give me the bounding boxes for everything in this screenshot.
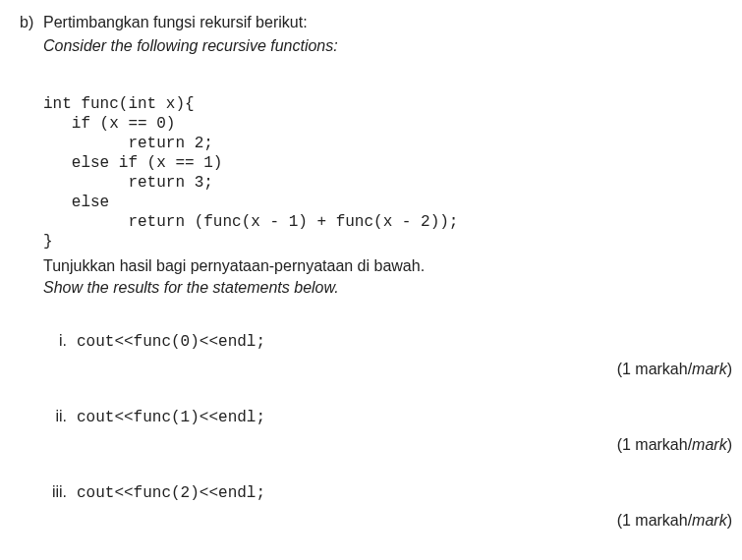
subq-label: ii. xyxy=(43,408,77,425)
question-label: b) xyxy=(20,14,43,31)
subq-statement: cout<<func(1)<<endl; xyxy=(77,409,265,426)
subq-label: i. xyxy=(43,332,77,350)
subq-label: iii. xyxy=(43,483,77,501)
marks-prefix: (1 markah/ xyxy=(617,436,692,453)
question-body: Pertimbangkan fungsi rekursif berikut: C… xyxy=(43,14,732,560)
subquestion-iii: iii. cout<<func(2)<<endl; (1 markah/mark… xyxy=(43,483,732,530)
subquestion-i: i. cout<<func(0)<<endl; (1 markah/mark) xyxy=(43,332,732,378)
prompt-english: Consider the following recursive functio… xyxy=(43,37,732,55)
marks-prefix: (1 markah/ xyxy=(617,361,692,377)
marks-italic: mark xyxy=(692,512,727,529)
marks-suffix: ) xyxy=(727,361,732,377)
marks-line: (1 markah/mark) xyxy=(43,436,732,454)
marks-prefix: (1 markah/ xyxy=(617,512,692,529)
code-block: int func(int x){ if (x == 0) return 2; e… xyxy=(43,94,732,252)
followup-malay: Tunjukkan hasil bagi pernyataan-pernyata… xyxy=(43,257,732,275)
followup-english: Show the results for the statements belo… xyxy=(43,279,732,297)
marks-italic: mark xyxy=(692,436,727,453)
marks-suffix: ) xyxy=(727,512,732,529)
subq-statement: cout<<func(0)<<endl; xyxy=(77,333,265,351)
marks-suffix: ) xyxy=(727,436,732,453)
subquestion-ii: ii. cout<<func(1)<<endl; (1 markah/mark) xyxy=(43,408,732,454)
prompt-malay: Pertimbangkan fungsi rekursif berikut: xyxy=(43,14,732,31)
marks-line: (1 markah/mark) xyxy=(43,512,732,530)
marks-italic: mark xyxy=(692,361,727,377)
marks-line: (1 markah/mark) xyxy=(43,361,732,378)
subq-statement: cout<<func(2)<<endl; xyxy=(77,484,265,502)
